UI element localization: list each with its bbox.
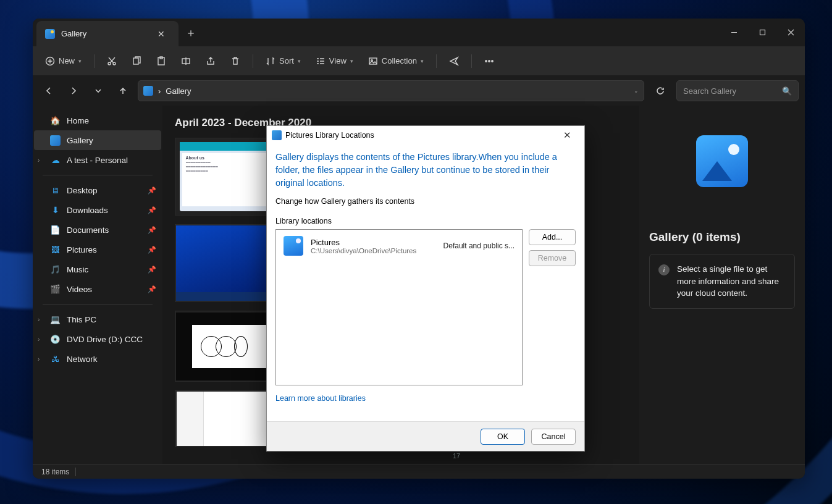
sidebar-item-downloads[interactable]: ⬇Downloads📌: [34, 200, 161, 220]
cancel-button[interactable]: Cancel: [531, 429, 576, 445]
library-locations-dialog: Pictures Library Locations ✕ Gallery dis…: [266, 125, 585, 452]
minimize-button[interactable]: [720, 19, 748, 46]
cut-button[interactable]: [101, 51, 123, 72]
sidebar-item-desktop[interactable]: 🖥Desktop📌: [34, 180, 161, 200]
breadcrumb[interactable]: Gallery: [166, 86, 191, 96]
refresh-button[interactable]: [649, 80, 671, 101]
sort-icon: [266, 56, 275, 66]
send-icon: [449, 56, 459, 66]
gallery-icon: [50, 135, 61, 146]
download-icon: ⬇: [50, 205, 61, 216]
up-button[interactable]: [113, 81, 133, 101]
sidebar-item-videos[interactable]: 🎬Videos📌: [34, 279, 161, 299]
sidebar-item-atest[interactable]: ›☁A test - Personal: [34, 150, 161, 170]
sidebar-item-home[interactable]: 🏠Home: [34, 111, 161, 130]
maximize-button[interactable]: [748, 19, 776, 46]
svg-rect-0: [760, 30, 765, 35]
pin-icon: 📌: [148, 206, 156, 214]
more-button[interactable]: [478, 51, 500, 72]
remove-button[interactable]: Remove: [529, 250, 576, 266]
close-button[interactable]: [776, 19, 805, 46]
rename-button[interactable]: [175, 51, 197, 72]
new-button[interactable]: New ▾: [39, 51, 88, 72]
ok-button[interactable]: OK: [481, 429, 525, 445]
chevron-down-icon: ▾: [78, 58, 82, 64]
pictures-folder-icon: [284, 236, 303, 256]
svg-point-12: [492, 60, 493, 61]
search-placeholder: Search Gallery: [683, 86, 736, 96]
dialog-description: Gallery displays the contents of the Pic…: [275, 151, 576, 190]
view-button[interactable]: View ▾: [309, 51, 359, 72]
videos-icon: 🎬: [50, 284, 61, 295]
add-button[interactable]: Add...: [529, 229, 576, 245]
details-title: Gallery (0 items): [649, 230, 741, 244]
recent-button[interactable]: [88, 81, 108, 101]
music-icon: 🎵: [50, 264, 61, 275]
chevron-right-icon[interactable]: ›: [38, 336, 40, 343]
pin-icon: 📌: [148, 246, 156, 254]
chevron-down-icon: ▾: [350, 58, 353, 64]
svg-point-3: [113, 62, 116, 65]
details-info: i Select a single file to get more infor…: [649, 254, 795, 309]
documents-icon: 📄: [50, 225, 61, 235]
send-button[interactable]: [443, 51, 465, 72]
sidebar-item-documents[interactable]: 📄Documents📌: [34, 220, 161, 240]
collection-button[interactable]: Collection ▾: [362, 51, 430, 72]
tab-gallery[interactable]: Gallery ✕: [36, 21, 179, 46]
sidebar-item-dvd[interactable]: ›💿DVD Drive (D:) CCC: [34, 329, 161, 349]
chevron-down-icon[interactable]: ⌄: [634, 88, 639, 94]
view-icon: [316, 56, 326, 66]
pictures-icon: [272, 130, 282, 140]
sidebar-item-network[interactable]: ›🖧Network: [34, 349, 161, 369]
share-button[interactable]: [200, 51, 222, 72]
home-icon: 🏠: [50, 116, 61, 126]
network-icon: 🖧: [50, 354, 61, 364]
learn-more-link[interactable]: Learn more about libraries: [275, 394, 576, 403]
sidebar-item-gallery[interactable]: Gallery: [34, 130, 161, 150]
item-count: 18 items: [41, 468, 69, 476]
gallery-large-icon: [696, 135, 748, 187]
sort-button[interactable]: Sort ▾: [259, 51, 307, 72]
svg-rect-4: [133, 58, 138, 64]
chevron-right-icon[interactable]: ›: [38, 316, 40, 323]
onedrive-icon: ☁: [50, 155, 61, 166]
forward-button[interactable]: [64, 81, 83, 101]
library-item-pictures[interactable]: Pictures C:\Users\divya\OneDrive\Picture…: [276, 230, 522, 262]
new-tab-button[interactable]: ＋: [179, 19, 203, 46]
pin-icon: 📌: [148, 187, 156, 195]
copy-icon: [132, 56, 141, 66]
svg-point-11: [489, 60, 490, 61]
dialog-titlebar: Pictures Library Locations ✕: [267, 126, 584, 145]
gallery-icon: [143, 86, 153, 96]
pictures-icon: 🖼: [50, 245, 61, 255]
library-locations-list[interactable]: Pictures C:\Users\divya\OneDrive\Picture…: [275, 229, 523, 385]
search-icon: 🔍: [782, 86, 792, 96]
chevron-right-icon[interactable]: ›: [38, 157, 40, 164]
tab-close-icon[interactable]: ✕: [153, 29, 170, 39]
paste-button[interactable]: [150, 51, 172, 72]
toolbar: New ▾ Sort ▾ View ▾ Collection ▾: [33, 46, 805, 76]
chevron-right-icon[interactable]: ›: [38, 356, 40, 363]
pin-icon: 📌: [148, 285, 156, 293]
dialog-close-button[interactable]: ✕: [555, 130, 579, 141]
sidebar-item-pictures[interactable]: 🖼Pictures📌: [34, 240, 161, 259]
search-input[interactable]: Search Gallery 🔍: [676, 80, 799, 101]
sidebar-item-music[interactable]: 🎵Music📌: [34, 259, 161, 279]
trash-icon: [230, 56, 240, 66]
svg-point-2: [108, 62, 111, 65]
pin-icon: 📌: [148, 226, 156, 234]
dialog-title: Pictures Library Locations: [285, 131, 374, 140]
pc-icon: 💻: [50, 314, 61, 325]
back-button[interactable]: [39, 81, 59, 101]
pin-icon: 📌: [148, 266, 156, 274]
titlebar: Gallery ✕ ＋: [33, 19, 805, 46]
sidebar-item-thispc[interactable]: ›💻This PC: [34, 309, 161, 329]
disc-icon: 💿: [50, 334, 61, 345]
ellipsis-icon: [484, 56, 494, 66]
chevron-down-icon: ▾: [421, 58, 424, 64]
address-bar[interactable]: › Gallery ⌄: [138, 80, 644, 101]
delete-button[interactable]: [224, 51, 246, 72]
picture-icon: [368, 56, 378, 66]
copy-button[interactable]: [125, 51, 148, 72]
dialog-subtext: Change how Gallery gathers its contents: [275, 197, 576, 206]
